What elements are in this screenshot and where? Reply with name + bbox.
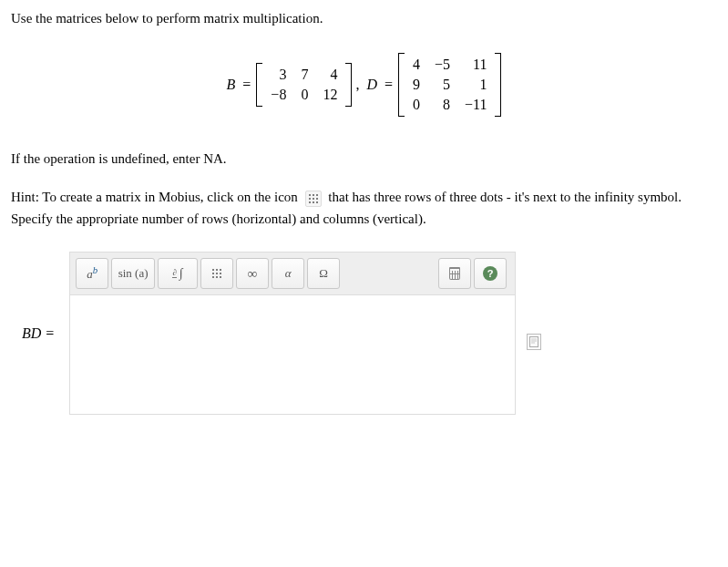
exponent-button[interactable]: ab	[76, 258, 108, 289]
matrix-dots-icon	[305, 191, 322, 207]
matrix-d: 4−511 951 08−11	[398, 55, 501, 115]
answer-input[interactable]	[70, 295, 515, 414]
clear-button[interactable]	[438, 258, 471, 289]
equation-editor: ab sin (a) ∂ ∫	[69, 252, 516, 415]
matrix-b-name: B	[227, 77, 236, 93]
matrix-d-name: D	[366, 77, 377, 93]
preview-icon[interactable]	[527, 334, 541, 350]
trig-button[interactable]: sin (a)	[111, 258, 155, 289]
matrix-button[interactable]	[200, 258, 233, 289]
help-icon: ?	[483, 266, 497, 281]
editor-toolbar: ab sin (a) ∂ ∫	[70, 253, 515, 295]
intro-text: Use the matrices below to perform matrix…	[11, 7, 717, 29]
matrix-b: 374 −8012	[256, 65, 352, 105]
result-label: BD =	[22, 325, 55, 342]
equals-sign: =	[242, 77, 251, 93]
trash-icon	[449, 267, 460, 280]
separator: ,	[355, 77, 359, 93]
infinity-button[interactable]: ∞	[236, 258, 269, 289]
matrices-display: B = 374 −8012 , D = 4−511 951 08−11	[11, 55, 717, 115]
alpha-button[interactable]: α	[272, 258, 304, 289]
svg-rect-0	[530, 336, 538, 346]
equals-sign: =	[385, 77, 393, 93]
hint-text: Hint: To create a matrix in Mobius, clic…	[11, 186, 717, 230]
undefined-note: If the operation is undefined, enter NA.	[11, 148, 717, 170]
help-button[interactable]: ?	[474, 258, 507, 289]
omega-button[interactable]: Ω	[307, 258, 340, 289]
calculus-button[interactable]: ∂ ∫	[158, 258, 198, 289]
